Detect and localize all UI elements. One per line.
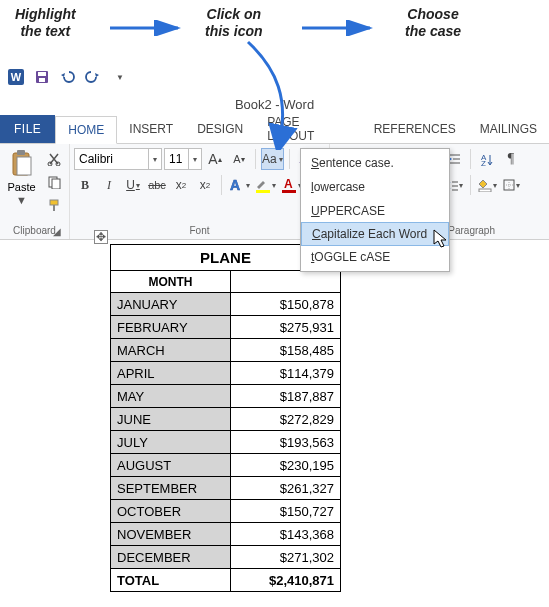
table-row: MAY$187,887: [111, 385, 341, 408]
table-row: OCTOBER$150,727: [111, 500, 341, 523]
value-cell[interactable]: $193,563: [231, 431, 341, 454]
value-cell[interactable]: $230,195: [231, 454, 341, 477]
italic-button[interactable]: I: [98, 174, 120, 196]
show-marks-button[interactable]: ¶: [500, 148, 522, 170]
menu-lowercase[interactable]: lowercase: [301, 175, 449, 199]
svg-rect-21: [282, 190, 296, 193]
underline-button[interactable]: U▾: [122, 174, 144, 196]
shrink-font-button[interactable]: A▾: [228, 148, 250, 170]
paste-button[interactable]: Paste ▼: [4, 148, 39, 216]
change-case-button[interactable]: Aa▾: [261, 148, 284, 170]
sort-button[interactable]: AZ: [476, 148, 498, 170]
font-name-combo[interactable]: ▾: [74, 148, 162, 170]
ribbon: Paste ▼ Clipboard ◢ ▾ ▾: [0, 144, 549, 240]
subscript-button[interactable]: x2: [170, 174, 192, 196]
arrow-2-icon: [300, 20, 380, 36]
month-cell[interactable]: MARCH: [111, 339, 231, 362]
month-cell[interactable]: DECEMBER: [111, 546, 231, 569]
tab-design[interactable]: DESIGN: [185, 115, 255, 143]
month-cell[interactable]: FEBRUARY: [111, 316, 231, 339]
table-row: FEBRUARY$275,931: [111, 316, 341, 339]
svg-rect-19: [256, 190, 270, 193]
tab-mailings[interactable]: MAILINGS: [468, 115, 549, 143]
value-cell[interactable]: $143,368: [231, 523, 341, 546]
table-row: NOVEMBER$143,368: [111, 523, 341, 546]
value-cell[interactable]: $150,878: [231, 293, 341, 316]
font-name-input[interactable]: [74, 148, 148, 170]
chevron-down-icon[interactable]: ▾: [148, 148, 162, 170]
month-cell[interactable]: OCTOBER: [111, 500, 231, 523]
svg-rect-9: [17, 150, 25, 155]
undo-icon[interactable]: [56, 65, 80, 89]
month-cell[interactable]: AUGUST: [111, 454, 231, 477]
word-logo-icon: W: [4, 65, 28, 89]
ribbon-tabs: FILE HOME INSERT DESIGN PAGE LAYOUT REFE…: [0, 116, 549, 144]
bold-button[interactable]: B: [74, 174, 96, 196]
total-label: TOTAL: [111, 569, 231, 592]
arrow-1-icon: [108, 20, 188, 36]
table-row: APRIL$114,379: [111, 362, 341, 385]
tab-home[interactable]: HOME: [55, 116, 117, 144]
value-cell[interactable]: $158,485: [231, 339, 341, 362]
chevron-down-icon[interactable]: ▾: [188, 148, 202, 170]
month-cell[interactable]: MAY: [111, 385, 231, 408]
month-cell[interactable]: JANUARY: [111, 293, 231, 316]
value-cell[interactable]: $272,829: [231, 408, 341, 431]
value-cell[interactable]: $114,379: [231, 362, 341, 385]
qat-more-icon[interactable]: ▼: [108, 65, 132, 89]
menu-sentence-case[interactable]: Sentence case.: [301, 151, 449, 175]
col-month-header: MONTH: [111, 271, 231, 293]
menu-toggle-case[interactable]: tOGGLE cASE: [301, 245, 449, 269]
save-icon[interactable]: [30, 65, 54, 89]
tab-references[interactable]: REFERENCES: [362, 115, 468, 143]
svg-rect-8: [17, 157, 31, 175]
change-case-menu: Sentence case. lowercase UPPERCASE Capit…: [300, 148, 450, 272]
col-value-header: [231, 271, 341, 293]
copy-button[interactable]: [43, 171, 65, 193]
font-size-combo[interactable]: ▾: [164, 148, 202, 170]
window-title: Book2 - Word: [0, 92, 549, 116]
table-row: MARCH$158,485: [111, 339, 341, 362]
redo-icon[interactable]: [82, 65, 106, 89]
month-cell[interactable]: JULY: [111, 431, 231, 454]
format-painter-button[interactable]: [43, 194, 65, 216]
month-cell[interactable]: NOVEMBER: [111, 523, 231, 546]
svg-rect-13: [52, 179, 60, 189]
svg-text:A: A: [230, 177, 240, 193]
table-move-handle-icon[interactable]: ✥: [94, 230, 108, 244]
tab-page-layout[interactable]: PAGE LAYOUT: [255, 115, 361, 143]
table-row: JANUARY$150,878: [111, 293, 341, 316]
shading-button[interactable]: ▾: [476, 174, 498, 196]
menu-uppercase[interactable]: UPPERCASE: [301, 199, 449, 223]
superscript-button[interactable]: x2: [194, 174, 216, 196]
annotation-choose: Choosethe case: [405, 6, 461, 40]
font-size-input[interactable]: [164, 148, 188, 170]
strikethrough-button[interactable]: abc: [146, 174, 168, 196]
table-row-total: TOTAL $2,410,871: [111, 569, 341, 592]
menu-capitalize-each-word[interactable]: Capitalize Each Word: [301, 222, 449, 246]
value-cell[interactable]: $261,327: [231, 477, 341, 500]
month-cell[interactable]: APRIL: [111, 362, 231, 385]
grow-font-button[interactable]: A▴: [204, 148, 226, 170]
paste-label: Paste: [7, 181, 35, 193]
svg-rect-5: [38, 72, 46, 76]
value-cell[interactable]: $275,931: [231, 316, 341, 339]
borders-button[interactable]: ▾: [500, 174, 522, 196]
table-row: AUGUST$230,195: [111, 454, 341, 477]
font-group-label: Font ◢: [74, 223, 325, 238]
svg-rect-60: [479, 189, 491, 192]
cut-button[interactable]: [43, 148, 65, 170]
value-cell[interactable]: $271,302: [231, 546, 341, 569]
clipboard-launcher-icon[interactable]: ◢: [51, 225, 63, 237]
tab-insert[interactable]: INSERT: [117, 115, 185, 143]
text-effects-button[interactable]: A▾: [227, 174, 251, 196]
highlight-color-button[interactable]: ▾: [253, 174, 277, 196]
value-cell[interactable]: $150,727: [231, 500, 341, 523]
annotation-highlight: Highlightthe text: [15, 6, 76, 40]
value-cell[interactable]: $187,887: [231, 385, 341, 408]
table-row: JUNE$272,829: [111, 408, 341, 431]
tab-file[interactable]: FILE: [0, 115, 55, 143]
month-cell[interactable]: JUNE: [111, 408, 231, 431]
clipboard-group-label: Clipboard ◢: [4, 223, 65, 238]
month-cell[interactable]: SEPTEMBER: [111, 477, 231, 500]
